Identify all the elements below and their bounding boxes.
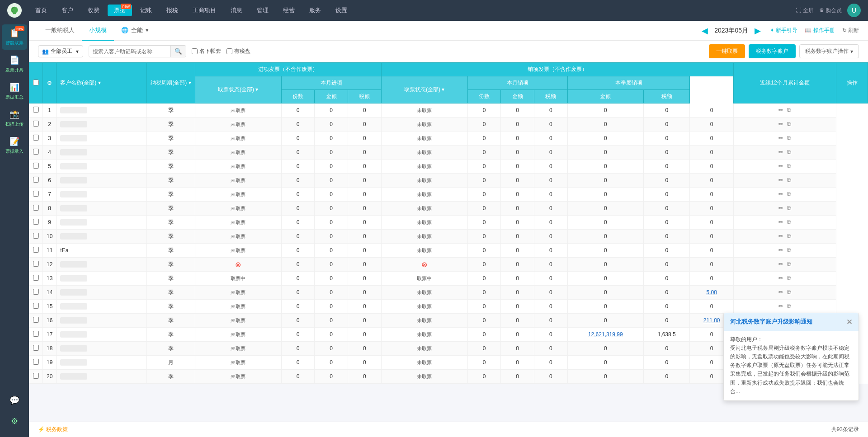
row-checkbox[interactable] (33, 205, 39, 211)
employee-select[interactable]: 👥 全部员工 ▾ (38, 45, 83, 57)
copy-button[interactable]: ⧉ (786, 106, 792, 115)
tab-general-taxpayer[interactable]: 一般纳税人 (38, 21, 82, 41)
row-checkbox[interactable] (33, 219, 39, 225)
edit-button[interactable]: ✏ (778, 218, 784, 226)
edit-button[interactable]: ✏ (778, 260, 784, 268)
edit-button[interactable]: ✏ (778, 134, 784, 142)
edit-button[interactable]: ✏ (778, 106, 784, 114)
row-checkbox-cell[interactable] (29, 188, 43, 202)
copy-button[interactable]: ⧉ (786, 302, 792, 311)
nav-manage[interactable]: 管理 (250, 5, 275, 16)
copy-button[interactable]: ⧉ (786, 190, 792, 199)
row-checkbox-cell[interactable] (29, 314, 43, 328)
edit-button[interactable]: ✏ (778, 190, 784, 198)
row-checkbox[interactable] (33, 289, 39, 295)
notification-close-button[interactable]: ✕ (846, 318, 852, 326)
fullscreen-btn[interactable]: ⛶ 全屏 (796, 7, 813, 14)
my-accounts-checkbox[interactable] (192, 48, 198, 54)
row-checkbox-cell[interactable] (29, 202, 43, 216)
new-guide-link[interactable]: ✦ 新手引导 (770, 27, 797, 34)
row-checkbox-cell[interactable] (29, 370, 43, 384)
sidebar-item-fetch-ticket[interactable]: 📋 智能取票 new (2, 24, 27, 50)
nav-operation[interactable]: 经营 (277, 5, 301, 16)
row-checkbox-cell[interactable] (29, 328, 43, 342)
copy-button[interactable]: ⧉ (786, 148, 792, 157)
row-checkbox[interactable] (33, 135, 39, 141)
row-checkbox[interactable] (33, 275, 39, 281)
edit-button[interactable]: ✏ (778, 274, 784, 282)
row-checkbox-cell[interactable] (29, 146, 43, 160)
tax-disk-checkbox[interactable] (226, 48, 232, 54)
row-checkbox-cell[interactable] (29, 272, 43, 286)
row-checkbox-cell[interactable] (29, 300, 43, 314)
tax-policy-link[interactable]: ⚡ 税务政策 (38, 426, 68, 433)
sidebar-item-entry[interactable]: 📝 票据录入 (2, 133, 27, 158)
nav-settings[interactable]: 设置 (329, 5, 354, 16)
row-checkbox-cell[interactable] (29, 174, 43, 188)
row-checkbox-cell[interactable] (29, 132, 43, 146)
one-click-fetch-button[interactable]: 一键取票 (709, 44, 745, 58)
sidebar-item-open-invoice[interactable]: 📄 发票开具 (2, 52, 27, 77)
row-checkbox[interactable] (33, 261, 39, 267)
row-checkbox-cell[interactable] (29, 356, 43, 370)
edit-button[interactable]: ✏ (778, 162, 784, 170)
copy-button[interactable]: ⧉ (786, 232, 792, 241)
copy-button[interactable]: ⧉ (786, 176, 792, 185)
row-checkbox-cell[interactable] (29, 286, 43, 300)
search-input[interactable] (89, 47, 170, 56)
row-checkbox[interactable] (33, 107, 39, 113)
sidebar-item-summary[interactable]: 📊 票据汇总 (2, 79, 27, 104)
th-period[interactable]: 纳税周期(全部) ▾ (147, 63, 195, 103)
copy-button[interactable]: ⧉ (786, 288, 792, 297)
nav-tax[interactable]: 报税 (160, 5, 184, 16)
tab-all[interactable]: 🌐 全能 ▾ (114, 21, 156, 41)
copy-button[interactable]: ⧉ (786, 120, 792, 129)
nav-message[interactable]: 消息 (224, 5, 249, 16)
row-checkbox-cell[interactable] (29, 216, 43, 230)
row-checkbox-cell[interactable] (29, 103, 43, 117)
nav-service[interactable]: 服务 (303, 5, 327, 16)
copy-button[interactable]: ⧉ (786, 162, 792, 171)
copy-button[interactable]: ⧉ (786, 134, 792, 143)
row-checkbox[interactable] (33, 233, 39, 239)
edit-button[interactable]: ✏ (778, 302, 784, 310)
row-checkbox[interactable] (33, 247, 39, 253)
row-checkbox[interactable] (33, 331, 39, 337)
edit-button[interactable]: ✏ (778, 246, 784, 254)
th-in-status[interactable]: 取票状态(全部) ▾ (195, 76, 281, 103)
nav-billing[interactable]: 收费 (81, 5, 106, 16)
th-out-status[interactable]: 取票状态(全部) ▾ (381, 76, 467, 103)
refresh-link[interactable]: ↻ 刷新 (842, 27, 859, 34)
row-checkbox[interactable] (33, 303, 39, 309)
nav-accounting[interactable]: 记账 (134, 5, 158, 16)
edit-button[interactable]: ✏ (778, 148, 784, 156)
row-checkbox[interactable] (33, 177, 39, 183)
tab-small-scale[interactable]: 小规模 (82, 21, 114, 41)
row-checkbox[interactable] (33, 345, 39, 351)
row-checkbox-cell[interactable] (29, 342, 43, 356)
row-checkbox[interactable] (33, 163, 39, 169)
filter-has-tax-disk[interactable]: 有税盘 (226, 47, 250, 55)
edit-button[interactable]: ✏ (778, 120, 784, 128)
nav-customer[interactable]: 客户 (55, 5, 80, 16)
row-checkbox[interactable] (33, 149, 39, 155)
row-checkbox[interactable] (33, 191, 39, 197)
select-all-checkbox[interactable] (33, 80, 39, 85)
row-checkbox-cell[interactable] (29, 117, 43, 132)
search-button[interactable]: 🔍 (170, 46, 186, 57)
copy-button[interactable]: ⧉ (786, 246, 792, 255)
digital-account-button[interactable]: 税务数字账户 (749, 44, 796, 58)
edit-button[interactable]: ✏ (778, 176, 784, 184)
sidebar-item-config[interactable]: ⚙ (2, 413, 27, 430)
edit-button[interactable]: ✏ (778, 204, 784, 212)
nav-business[interactable]: 工商项目 (186, 5, 222, 16)
row-checkbox[interactable] (33, 121, 39, 127)
edit-button[interactable]: ✏ (778, 232, 784, 240)
copy-button[interactable]: ⧉ (786, 274, 792, 283)
sidebar-item-scan[interactable]: 📸 扫描上传 (2, 106, 27, 131)
manual-link[interactable]: 📖 操作手册 (805, 27, 835, 34)
row-checkbox-cell[interactable] (29, 230, 43, 244)
row-checkbox[interactable] (33, 317, 39, 323)
row-checkbox-cell[interactable] (29, 244, 43, 258)
row-checkbox-cell[interactable] (29, 160, 43, 174)
